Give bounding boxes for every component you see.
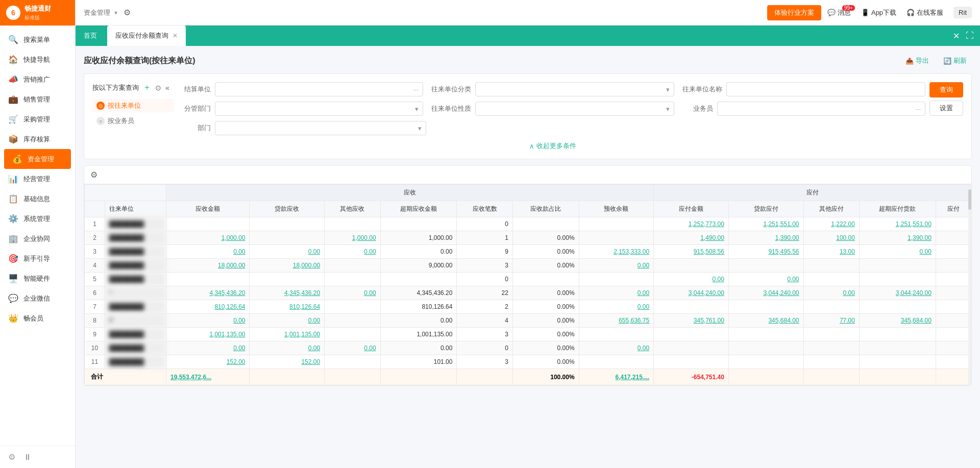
table-cell[interactable]: 3,044,240.00	[859, 286, 936, 300]
partner-category-select[interactable]: ▾	[475, 82, 674, 96]
sidebar-item-search-menu[interactable]: 🔍 搜索菜单	[0, 30, 75, 50]
table-cell[interactable]: 0.00	[803, 286, 859, 300]
filter-scheme-settings-icon[interactable]: ⊙	[155, 84, 161, 92]
table-cell[interactable]: 18,000.00	[250, 259, 325, 273]
table-cell[interactable]: 0.00	[250, 314, 325, 328]
dept-manager-select[interactable]: ▾	[215, 102, 423, 116]
sidebar-item-guide[interactable]: 🎯 新手引导	[0, 249, 75, 268]
table-cell[interactable]: 1,001,135.00	[250, 328, 325, 341]
table-cell[interactable]: 0.00	[579, 341, 654, 355]
sidebar-settings-btn[interactable]: ⚙	[8, 452, 15, 462]
table-cell[interactable]: 1,000.00	[166, 231, 250, 245]
tfoot-prepay-balance[interactable]: 6,417,215....	[579, 369, 654, 385]
table-cell[interactable]: 915,508.56	[654, 245, 729, 259]
table-cell[interactable]: 0.00	[166, 314, 250, 328]
table-cell[interactable]: 1,390.00	[728, 231, 803, 245]
salesman-input[interactable]: ···	[717, 102, 925, 116]
scrollbar-thumb[interactable]	[968, 189, 971, 210]
tfoot-ar-amount[interactable]: 19,553,472,6...	[166, 369, 250, 385]
table-cell[interactable]: 1,001,135.00	[166, 328, 250, 341]
sidebar-item-enterprise[interactable]: 🏢 企业协同	[0, 229, 75, 249]
sidebar-item-hardware[interactable]: 🖥️ 智能硬件	[0, 268, 75, 288]
tab-bar-fullscreen-icon[interactable]: ⛶	[966, 31, 974, 40]
sidebar-item-operation[interactable]: 📊 经营管理	[0, 169, 75, 189]
sidebar-item-inventory[interactable]: 📦 库存核算	[0, 129, 75, 149]
table-cell[interactable]: 1,390.00	[859, 231, 936, 245]
export-button[interactable]: 📤 导出	[900, 54, 934, 67]
table-cell[interactable]: 810,126.64	[250, 300, 325, 314]
table-cell[interactable]: 1,222.00	[803, 217, 859, 231]
messages-btn[interactable]: 💬 消息 99+	[827, 8, 851, 17]
sidebar-collapse-btn[interactable]: ⏸	[23, 453, 32, 462]
scheme-item-by-salesman[interactable]: ○ 按业务员	[92, 114, 174, 128]
table-cell[interactable]: 0.00	[579, 286, 654, 300]
filter-scheme-collapse-icon[interactable]: «	[165, 84, 169, 92]
table-cell[interactable]: 0.00	[654, 273, 729, 286]
table-cell[interactable]: 152.00	[250, 355, 325, 369]
table-cell[interactable]: 13.00	[803, 245, 859, 259]
table-cell[interactable]: 100.00	[803, 231, 859, 245]
table-cell[interactable]: 3,044,240.00	[654, 286, 729, 300]
table-cell[interactable]: 1,000.00	[325, 231, 380, 245]
table-cell[interactable]: 0.00	[166, 341, 250, 355]
table-cell[interactable]: 345,684.00	[859, 314, 936, 328]
sidebar-item-sales[interactable]: 💼 销售管理	[0, 89, 75, 109]
table-cell[interactable]: 1,252,773.00	[654, 217, 729, 231]
table-cell[interactable]: 0.00	[250, 245, 325, 259]
table-scroll-area[interactable]: 应收 应付 往来单位 应收金额 贷款应收 其他应收 超期应收金额 应收笔数 应收…	[84, 184, 971, 385]
table-cell[interactable]: 810,126.64	[166, 300, 250, 314]
table-cell[interactable]: 0.00	[579, 300, 654, 314]
sidebar-item-member[interactable]: 👑 畅会员	[0, 308, 75, 328]
tab-bar-close-icon[interactable]: ✕	[953, 31, 960, 41]
table-cell[interactable]: 2,153,333.00	[579, 245, 654, 259]
collapse-more-button[interactable]: ∧ 收起更多条件	[529, 141, 576, 151]
table-cell[interactable]: 0.00	[579, 259, 654, 273]
promo-button[interactable]: 体验行业方案	[767, 5, 821, 20]
table-cell[interactable]: 345,684.00	[728, 314, 803, 328]
sidebar-item-base-info[interactable]: 📋 基础信息	[0, 189, 75, 209]
table-cell[interactable]: 4,345,436.20	[250, 286, 325, 300]
table-cell[interactable]: 4,345,436.20	[166, 286, 250, 300]
settings-button[interactable]: 设置	[929, 101, 963, 116]
table-cell[interactable]: 18,000.00	[166, 259, 250, 273]
table-cell[interactable]: 0.00	[166, 245, 250, 259]
partner-nature-select[interactable]: ▾	[475, 102, 674, 116]
tab-ar-ap-query[interactable]: 应收应付余额查询 ✕	[107, 26, 186, 46]
scheme-item-by-partner[interactable]: ⊙ 按往来单位	[92, 99, 174, 112]
sidebar-item-system[interactable]: ⚙️ 系统管理	[0, 209, 75, 229]
table-cell[interactable]: 152.00	[166, 355, 250, 369]
app-download-btn[interactable]: 📱 App下载	[861, 8, 896, 17]
user-avatar-area[interactable]: Rit	[953, 7, 972, 18]
vertical-scrollbar[interactable]	[968, 184, 971, 385]
table-cell[interactable]: 0.00	[325, 341, 380, 355]
table-cell[interactable]: 1,251,551.00	[728, 217, 803, 231]
table-cell[interactable]: 1,251,551.00	[859, 217, 936, 231]
filter-add-icon[interactable]: ＋	[143, 82, 151, 93]
table-settings-icon[interactable]: ⚙	[90, 170, 97, 180]
dept-select[interactable]: ▾	[215, 121, 426, 135]
table-cell[interactable]: 0.00	[859, 245, 936, 259]
query-button[interactable]: 查询	[929, 82, 963, 97]
sidebar-item-funds[interactable]: 💰 资金管理	[4, 149, 71, 169]
table-cell[interactable]: 1,490.00	[654, 231, 729, 245]
partner-name-input[interactable]	[726, 82, 925, 96]
table-cell[interactable]: 0.00	[250, 341, 325, 355]
settlement-unit-input[interactable]: ···	[215, 82, 423, 96]
sidebar-item-marketing[interactable]: 📣 营销推广	[0, 69, 75, 89]
sidebar-item-wechat[interactable]: 💬 企业微信	[0, 288, 75, 308]
table-cell[interactable]: 345,761.00	[654, 314, 729, 328]
tab-close-icon[interactable]: ✕	[173, 32, 178, 39]
sidebar-item-purchase[interactable]: 🛒 采购管理	[0, 109, 75, 129]
table-cell[interactable]: 0.00	[325, 286, 380, 300]
tab-home[interactable]: 首页	[76, 26, 105, 46]
table-cell[interactable]: 915,495.56	[728, 245, 803, 259]
table-cell[interactable]: 77.00	[803, 314, 859, 328]
header-gear-icon[interactable]: ⚙	[124, 8, 131, 17]
table-cell[interactable]: 0.00	[325, 245, 380, 259]
sidebar-item-quick-nav[interactable]: 🏠 快捷导航	[0, 50, 75, 69]
refresh-button[interactable]: 🔄 刷新	[938, 54, 972, 67]
table-cell[interactable]: 3,044,240.00	[728, 286, 803, 300]
online-service-btn[interactable]: 🎧 在线客服	[906, 8, 943, 17]
table-cell[interactable]: 0.00	[728, 273, 803, 286]
table-cell[interactable]: 655,636.75	[579, 314, 654, 328]
